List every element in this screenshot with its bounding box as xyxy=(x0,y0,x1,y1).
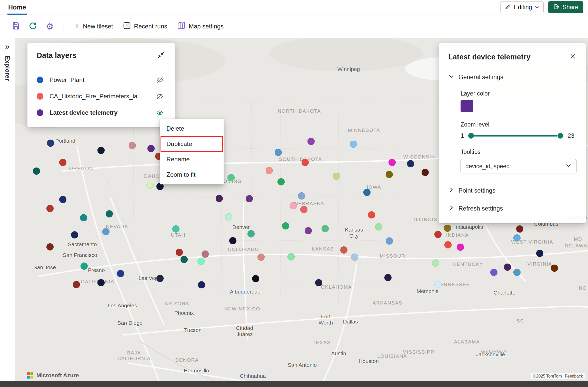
visibility-off-icon[interactable] xyxy=(156,76,164,84)
telemetry-point[interactable] xyxy=(46,243,54,250)
telemetry-point[interactable] xyxy=(375,223,382,231)
telemetry-point[interactable] xyxy=(513,269,521,276)
settings-button[interactable]: ⚙ xyxy=(43,19,57,34)
telemetry-point[interactable] xyxy=(97,279,105,286)
telemetry-point[interactable] xyxy=(102,228,109,235)
telemetry-point[interactable] xyxy=(229,237,236,244)
telemetry-point[interactable] xyxy=(536,250,543,257)
layer-row[interactable]: Power_Plant xyxy=(37,72,166,88)
telemetry-point[interactable] xyxy=(386,171,393,178)
telemetry-point[interactable] xyxy=(307,138,315,145)
telemetry-point[interactable] xyxy=(225,213,232,221)
zoom-range-slider[interactable] xyxy=(471,135,560,137)
telemetry-point[interactable] xyxy=(246,195,253,202)
telemetry-point[interactable] xyxy=(340,246,347,254)
new-tileset-button[interactable]: + New tileset xyxy=(71,20,117,33)
map-canvas[interactable]: NORTH DAKOTAMINNESOTASOUTH DAKOTAWISCONS… xyxy=(0,38,588,381)
telemetry-point[interactable] xyxy=(504,264,511,271)
telemetry-point[interactable] xyxy=(47,140,54,147)
telemetry-point[interactable] xyxy=(298,192,305,200)
telemetry-point[interactable] xyxy=(490,269,497,276)
telemetry-point[interactable] xyxy=(386,237,393,245)
expand-sidebar-icon[interactable]: » xyxy=(5,42,10,51)
refresh-button[interactable] xyxy=(26,19,40,34)
telemetry-point[interactable] xyxy=(457,244,464,251)
telemetry-point[interactable] xyxy=(300,206,307,213)
telemetry-point[interactable] xyxy=(59,159,66,166)
telemetry-point[interactable] xyxy=(147,145,155,152)
telemetry-point[interactable] xyxy=(202,250,209,258)
visibility-off-icon[interactable] xyxy=(156,92,164,100)
telemetry-point[interactable] xyxy=(197,258,205,265)
telemetry-point[interactable] xyxy=(129,142,136,149)
layer-row[interactable]: CA_Historic_Fire_Perimeters_la... xyxy=(37,88,166,104)
telemetry-point[interactable] xyxy=(181,256,188,263)
telemetry-point[interactable] xyxy=(432,259,439,267)
visibility-on-icon[interactable] xyxy=(156,109,164,117)
share-button[interactable]: Share xyxy=(548,1,583,13)
telemetry-point[interactable] xyxy=(275,149,282,156)
telemetry-point[interactable] xyxy=(350,141,357,148)
telemetry-point[interactable] xyxy=(287,253,295,260)
telemetry-point[interactable] xyxy=(59,196,66,203)
feedback-link[interactable]: Feedback xyxy=(565,374,583,379)
tooltips-dropdown[interactable]: device_id, speed xyxy=(461,159,576,173)
telemetry-point[interactable] xyxy=(156,275,164,282)
save-button[interactable] xyxy=(9,19,23,34)
tab-home[interactable]: Home xyxy=(5,0,29,15)
menu-item-zoom-to-fit[interactable]: Zoom to fit xyxy=(160,167,224,182)
telemetry-point[interactable] xyxy=(351,254,358,261)
telemetry-point[interactable] xyxy=(513,234,521,242)
telemetry-point[interactable] xyxy=(80,214,87,221)
telemetry-point[interactable] xyxy=(97,147,105,154)
telemetry-point[interactable] xyxy=(277,178,285,185)
slider-handle-max[interactable] xyxy=(557,133,563,139)
telemetry-point[interactable] xyxy=(444,225,451,232)
telemetry-point[interactable] xyxy=(407,160,414,167)
telemetry-point[interactable] xyxy=(302,159,309,166)
telemetry-point[interactable] xyxy=(216,195,223,202)
telemetry-point[interactable] xyxy=(146,182,154,189)
recent-runs-button[interactable]: Recent runs xyxy=(119,19,171,33)
telemetry-point[interactable] xyxy=(176,249,183,256)
telemetry-point[interactable] xyxy=(198,281,205,288)
menu-item-delete[interactable]: Delete xyxy=(160,121,224,136)
slider-handle-min[interactable] xyxy=(468,133,474,139)
layer-row[interactable]: Latest device telemetry xyxy=(37,104,166,121)
collapse-panel-icon[interactable] xyxy=(157,51,165,60)
editing-mode-button[interactable]: Editing xyxy=(500,1,543,13)
telemetry-point[interactable] xyxy=(257,254,265,261)
menu-item-rename[interactable]: Rename xyxy=(160,152,224,167)
telemetry-point[interactable] xyxy=(305,227,312,234)
general-settings-section[interactable]: General settings xyxy=(448,73,576,81)
telemetry-point[interactable] xyxy=(73,281,80,288)
refresh-settings-section[interactable]: Refresh settings xyxy=(448,205,576,212)
layer-color-swatch[interactable] xyxy=(461,100,473,112)
telemetry-point[interactable] xyxy=(117,270,124,277)
menu-item-duplicate[interactable]: Duplicate xyxy=(161,136,223,152)
telemetry-point[interactable] xyxy=(551,265,558,272)
telemetry-point[interactable] xyxy=(227,174,235,181)
close-icon[interactable] xyxy=(569,53,576,61)
telemetry-point[interactable] xyxy=(388,159,396,166)
telemetry-point[interactable] xyxy=(247,230,255,237)
telemetry-point[interactable] xyxy=(434,281,442,288)
point-settings-section[interactable]: Point settings xyxy=(448,187,576,194)
telemetry-point[interactable] xyxy=(315,279,322,286)
telemetry-point[interactable] xyxy=(46,205,54,212)
telemetry-point[interactable] xyxy=(422,169,429,176)
telemetry-point[interactable] xyxy=(384,274,392,281)
telemetry-point[interactable] xyxy=(363,189,371,196)
map-settings-button[interactable]: Map settings xyxy=(173,19,227,34)
telemetry-point[interactable] xyxy=(81,263,88,270)
telemetry-point[interactable] xyxy=(444,241,452,248)
telemetry-point[interactable] xyxy=(266,167,273,174)
telemetry-point[interactable] xyxy=(33,168,40,175)
telemetry-point[interactable] xyxy=(333,173,340,180)
telemetry-point[interactable] xyxy=(516,225,523,233)
telemetry-point[interactable] xyxy=(322,225,329,232)
telemetry-point[interactable] xyxy=(71,231,78,238)
telemetry-point[interactable] xyxy=(106,210,113,217)
telemetry-point[interactable] xyxy=(252,275,259,282)
telemetry-point[interactable] xyxy=(368,211,375,218)
